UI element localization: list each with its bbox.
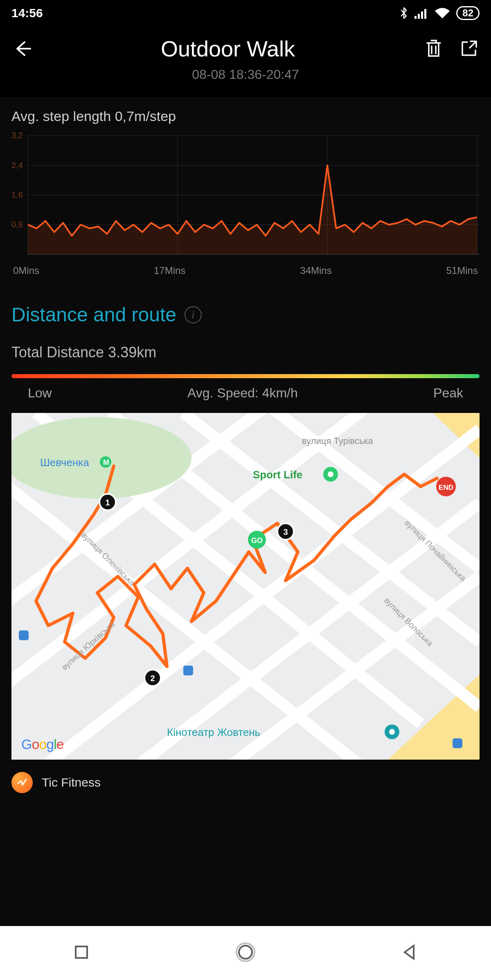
- svg-text:2,4: 2,4: [11, 161, 23, 170]
- svg-rect-3: [424, 9, 426, 19]
- distance-route-heading: Distance and route i: [11, 303, 480, 326]
- speed-gradient-bar: [11, 374, 480, 378]
- app-source-name: Tic Fitness: [42, 776, 101, 789]
- nav-recents-button[interactable]: [72, 943, 90, 963]
- svg-text:3: 3: [283, 527, 288, 536]
- speed-peak-label: Peak: [433, 386, 463, 401]
- step-chart-xlabels: 0Mins17Mins34Mins51Mins: [11, 265, 480, 276]
- cell-signal-icon: [414, 7, 428, 19]
- map-marker-3: 3: [277, 523, 294, 540]
- nav-back-button[interactable]: [401, 943, 419, 963]
- total-distance: Total Distance 3.39km: [11, 344, 480, 361]
- svg-text:1,6: 1,6: [11, 190, 23, 199]
- svg-point-30: [11, 417, 191, 499]
- share-external-icon: [460, 40, 478, 58]
- step-length-chart: 0,81,62,43,2 0Mins17Mins34Mins51Mins: [11, 132, 480, 279]
- tic-fitness-icon: [11, 772, 33, 793]
- map-poi-sportlife: Sport Life: [253, 469, 302, 481]
- speed-low-label: Low: [28, 386, 52, 401]
- app-source-tag[interactable]: Tic Fitness: [11, 772, 480, 801]
- svg-rect-38: [183, 666, 193, 675]
- share-button[interactable]: [458, 38, 480, 59]
- map-marker-go: GO: [248, 531, 266, 549]
- delete-button[interactable]: [423, 38, 444, 59]
- svg-text:M: M: [103, 458, 109, 466]
- speed-gradient-labels: Low Avg. Speed: 4km/h Peak: [11, 386, 480, 401]
- nav-home-button[interactable]: [235, 942, 256, 964]
- svg-point-32: [328, 471, 333, 477]
- status-indicators: 82: [400, 6, 480, 20]
- route-map[interactable]: вулиця Турівська Шевченка Sport Life Кін…: [11, 413, 480, 760]
- map-marker-2: 2: [144, 670, 161, 686]
- map-canvas: вулиця Турівська Шевченка Sport Life Кін…: [11, 413, 480, 760]
- svg-rect-37: [19, 630, 29, 640]
- trash-icon: [425, 39, 443, 58]
- svg-text:3,2: 3,2: [11, 132, 23, 140]
- svg-rect-50: [76, 946, 87, 958]
- map-marker-1: 1: [99, 494, 116, 510]
- wifi-icon: [434, 7, 450, 19]
- svg-point-51: [239, 946, 252, 959]
- android-status-bar: 14:56 82: [0, 0, 491, 26]
- svg-text:1: 1: [105, 498, 110, 507]
- bluetooth-icon: [400, 6, 409, 20]
- svg-text:0,8: 0,8: [11, 220, 23, 229]
- step-chart-canvas: 0,81,62,43,2: [11, 132, 480, 262]
- content-scroll[interactable]: Avg. step length 0,7m/step 0,81,62,43,2 …: [0, 97, 491, 926]
- back-button[interactable]: [11, 38, 33, 59]
- map-marker-end: END: [436, 477, 456, 496]
- map-label-shevchenka: Шевченка: [40, 456, 89, 469]
- svg-rect-2: [421, 11, 423, 19]
- svg-rect-0: [414, 16, 417, 19]
- page-title: Outdoor Walk: [161, 36, 295, 61]
- svg-rect-39: [453, 738, 462, 748]
- google-logo: Google: [21, 736, 64, 752]
- battery-pill: 82: [456, 6, 480, 20]
- speed-avg-label: Avg. Speed: 4km/h: [187, 386, 298, 401]
- step-chart-title: Avg. step length 0,7m/step: [11, 108, 480, 124]
- svg-text:END: END: [439, 484, 453, 491]
- map-poi-cinema: Кінотеатр Жовтень: [167, 726, 260, 738]
- map-street-turivska: вулиця Турівська: [302, 436, 374, 446]
- svg-text:GO: GO: [251, 536, 263, 545]
- arrow-left-icon: [12, 39, 32, 58]
- info-icon[interactable]: i: [185, 306, 202, 323]
- section-title: Distance and route: [11, 303, 176, 326]
- svg-point-36: [389, 729, 395, 735]
- android-nav-bar: [0, 926, 491, 980]
- svg-text:2: 2: [150, 674, 155, 683]
- app-header: Outdoor Walk 08-08 18:36-20:47: [0, 26, 491, 97]
- clock-text: 14:56: [11, 6, 43, 20]
- svg-rect-1: [418, 14, 420, 19]
- session-datetime: 08-08 18:36-20:47: [192, 67, 299, 82]
